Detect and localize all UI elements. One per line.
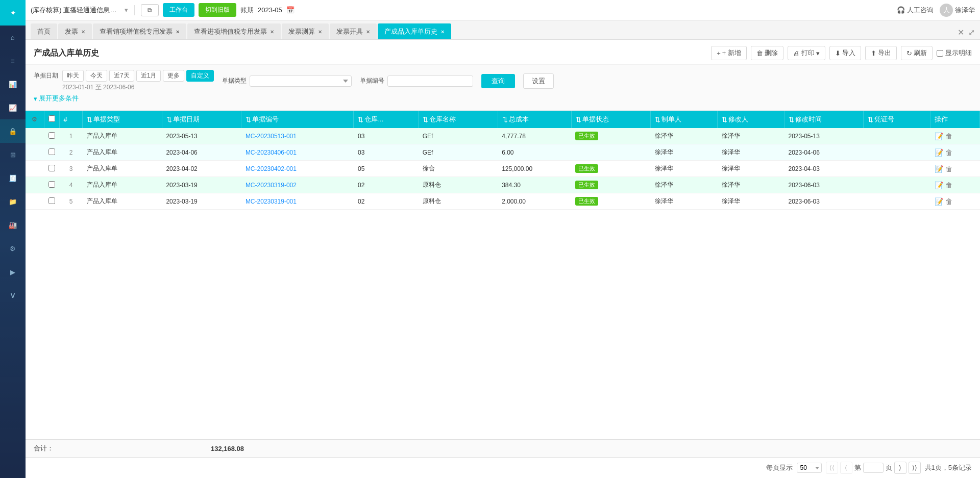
num-input[interactable]	[387, 76, 473, 87]
next-page-btn[interactable]: ⟩	[894, 462, 906, 474]
today-btn[interactable]: 今天	[86, 70, 107, 82]
row-checkbox[interactable]	[44, 144, 59, 161]
th-modify-time[interactable]: ⇅修改时间	[784, 111, 863, 128]
page-input[interactable]: 1	[863, 463, 884, 473]
delete-row-icon[interactable]: 🗑	[945, 132, 952, 140]
first-page-btn[interactable]: ⟨⟨	[826, 462, 838, 474]
row-code[interactable]: MC-20230406-001	[241, 144, 354, 161]
expand-filter-btn[interactable]: ▾ 展开更多条件	[34, 92, 972, 105]
sidebar-item-warehouse[interactable]: 🏭	[0, 213, 26, 237]
row-code[interactable]: MC-20230319-002	[241, 177, 354, 193]
tab-calc[interactable]: 发票测算 ✕	[282, 23, 329, 39]
edit-icon[interactable]: 📝	[935, 165, 943, 173]
th-creator[interactable]: ⇅制单人	[651, 111, 718, 128]
print-dropdown-icon: ▾	[816, 49, 820, 57]
ai-consult[interactable]: 🎧 人工咨询	[897, 6, 934, 15]
row-total-cost: 384.30	[498, 177, 571, 193]
query-button[interactable]: 查询	[481, 74, 515, 88]
sidebar-item-invoice[interactable]: 🧾	[0, 166, 26, 190]
more-btn[interactable]: 更多	[163, 70, 184, 82]
tab-sales-invoice-close[interactable]: ✕	[176, 29, 180, 35]
edit-icon[interactable]: 📝	[935, 181, 943, 189]
tab-open-close[interactable]: ✕	[366, 29, 370, 35]
th-voucher[interactable]: ⇅凭证号	[864, 111, 930, 128]
th-date[interactable]: ⇅单据日期	[162, 111, 241, 128]
tab-purchase-invoice-close[interactable]: ✕	[270, 29, 274, 35]
tab-product-warehouse-close[interactable]: ✕	[440, 29, 445, 35]
th-warehouse-name[interactable]: ⇅仓库名称	[419, 111, 498, 128]
tab-home[interactable]: 首页	[31, 23, 57, 39]
tab-invoice-close[interactable]: ✕	[81, 29, 85, 35]
row-checkbox[interactable]	[44, 161, 59, 177]
row-code[interactable]: MC-20230319-001	[241, 193, 354, 210]
th-code[interactable]: ⇅单据编号	[241, 111, 354, 128]
tab-expand-icon[interactable]: ⤢	[968, 28, 975, 37]
delete-row-icon[interactable]: 🗑	[945, 148, 952, 157]
delete-row-icon[interactable]: 🗑	[945, 181, 952, 189]
tab-invoice[interactable]: 发票 ✕	[58, 23, 92, 39]
7days-btn[interactable]: 近7天	[109, 70, 134, 82]
sidebar-item-v[interactable]: V	[0, 284, 26, 307]
per-page-select[interactable]: 50 10 20 100	[797, 463, 822, 473]
row-voucher	[864, 177, 930, 193]
show-detail-toggle[interactable]: 显示明细	[937, 48, 972, 58]
tab-product-warehouse[interactable]: 产成品入库单历史 ✕	[378, 23, 451, 39]
sidebar-item-analytics[interactable]: 📈	[0, 96, 26, 119]
switch-old-button[interactable]: 切到旧版	[199, 3, 236, 17]
row-checkbox[interactable]	[44, 128, 59, 144]
sidebar-item-play[interactable]: ▶	[0, 260, 26, 284]
tab-open[interactable]: 发票开具 ✕	[330, 23, 377, 39]
th-settings[interactable]: ⚙	[26, 111, 44, 128]
1month-btn[interactable]: 近1月	[136, 70, 161, 82]
workbench-button[interactable]: 工作台	[163, 3, 194, 17]
last-page-btn[interactable]: ⟩⟩	[909, 462, 921, 474]
tab-calc-close[interactable]: ✕	[318, 29, 322, 35]
edit-icon[interactable]: 📝	[935, 132, 943, 140]
show-detail-checkbox[interactable]	[937, 50, 943, 57]
sidebar-item-lock[interactable]: 🔒	[0, 119, 26, 143]
sidebar-item-document[interactable]: ≡	[0, 49, 26, 72]
row-code[interactable]: MC-20230513-001	[241, 128, 354, 144]
total-value: 132,168.08	[58, 445, 244, 452]
edit-icon[interactable]: 📝	[935, 148, 943, 157]
yesterday-btn[interactable]: 昨天	[62, 70, 84, 82]
row-checkbox[interactable]	[44, 193, 59, 210]
sidebar-item-settings[interactable]: ⚙	[0, 237, 26, 260]
calendar-icon[interactable]: 📅	[286, 6, 295, 14]
type-select[interactable]: 产品入库单	[250, 76, 352, 87]
user-profile[interactable]: 人 徐泽华	[940, 4, 975, 17]
delete-row-icon[interactable]: 🗑	[945, 165, 952, 173]
sidebar-item-folder[interactable]: 📁	[0, 190, 26, 213]
th-checkbox[interactable]	[44, 111, 59, 128]
tab-sales-invoice[interactable]: 查看销项增值税专用发票 ✕	[93, 23, 186, 39]
tabbar: 首页 发票 ✕ 查看销项增值税专用发票 ✕ 查看进项增值税专用发票 ✕ 发票测算…	[26, 20, 980, 40]
edit-icon[interactable]: 📝	[935, 197, 943, 206]
th-type[interactable]: ⇅单据类型	[83, 111, 162, 128]
sidebar-item-grid[interactable]: ⊞	[0, 143, 26, 166]
row-code[interactable]: MC-20230402-001	[241, 161, 354, 177]
th-total-cost[interactable]: ⇅总成本	[498, 111, 571, 128]
sidebar-item-home[interactable]: ⌂	[0, 26, 26, 49]
select-all-checkbox[interactable]	[48, 115, 55, 122]
delete-row-icon[interactable]: 🗑	[945, 197, 952, 206]
export-button[interactable]: ⬆ 导出	[865, 46, 897, 60]
copy-button[interactable]: ⧉	[141, 4, 159, 16]
app-logo[interactable]: ✦	[0, 0, 26, 26]
refresh-button[interactable]: ↻ 刷新	[901, 46, 933, 60]
company-selector[interactable]: (库存核算) 直播轻通通信息技术股份... ▾	[31, 6, 128, 15]
delete-button[interactable]: 🗑 删除	[751, 46, 783, 60]
prev-page-btn[interactable]: ⟨	[840, 462, 852, 474]
row-creator: 徐泽华	[651, 161, 718, 177]
th-modifier[interactable]: ⇅修改人	[718, 111, 785, 128]
tab-close-all-icon[interactable]: ✕	[958, 28, 964, 37]
custom-btn[interactable]: 自定义	[186, 70, 214, 82]
print-button[interactable]: 🖨 打印 ▾	[788, 46, 825, 60]
th-status[interactable]: ⇅单据状态	[571, 111, 650, 128]
tab-purchase-invoice[interactable]: 查看进项增值税专用发票 ✕	[187, 23, 281, 39]
import-button[interactable]: ⬇ 导入	[829, 46, 861, 60]
sidebar-item-chart[interactable]: 📊	[0, 72, 26, 96]
row-checkbox[interactable]	[44, 177, 59, 193]
th-warehouse[interactable]: ⇅仓库...	[354, 111, 419, 128]
set-button[interactable]: 设置	[523, 73, 554, 89]
new-button[interactable]: + + 新增	[711, 46, 747, 60]
